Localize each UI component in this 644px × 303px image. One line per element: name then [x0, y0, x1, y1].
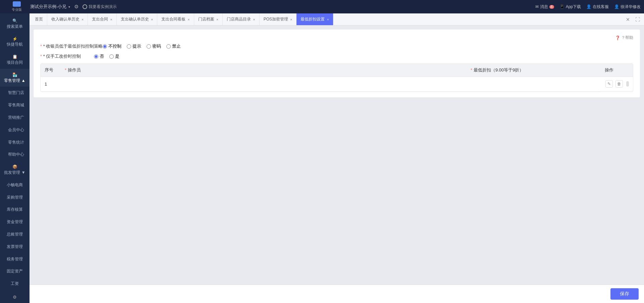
tab-expense-contract[interactable]: 支出合同 × [88, 13, 116, 26]
demo-icon [83, 4, 87, 9]
strategy-option-none[interactable]: 不控制 [103, 43, 121, 49]
delete-btn[interactable]: 🗑 [615, 80, 623, 88]
retail-icon: 🏪 [12, 72, 17, 78]
manual-option-no[interactable]: 否 [94, 53, 104, 59]
settings-card: ❓ ？帮助 * * 收银员低于最低折扣控制策略 不控制 [34, 30, 640, 97]
tab-close-btn[interactable]: ✕ [625, 16, 631, 23]
tab-home[interactable]: 首页 [31, 13, 47, 26]
tab-expense-board-close[interactable]: × [187, 17, 190, 21]
messages-label: 消息 [540, 4, 548, 10]
strategy-option-forbidden[interactable]: 禁止 [166, 43, 181, 49]
help-label: ？帮助 [621, 35, 633, 41]
sidebar-item-marketing[interactable]: 营销推广 [0, 111, 30, 124]
message-icon: ✉ [535, 4, 539, 9]
sidebar-item-invoice[interactable]: 发票管理 [0, 241, 30, 253]
sidebar-label-purchase: 采购管理 [7, 195, 23, 200]
table-row: 1 ✎ 🗑 [41, 77, 633, 92]
sidebar-label-wholesale: 批发管理 ▼ [4, 170, 25, 175]
tab-income-confirm-close[interactable]: × [82, 17, 84, 21]
sidebar-label-stats: 零售统计 [8, 140, 24, 145]
strategy-password-label: 密码 [152, 43, 161, 49]
logo-text: 专业版 [12, 7, 22, 12]
tab-store-products[interactable]: 门店商品目录 × [223, 13, 259, 26]
user-label: 徐泽华修改 [621, 4, 641, 10]
strategy-radio-password[interactable] [147, 44, 151, 49]
tab-expense-contract-label: 支出合同 [92, 16, 108, 22]
tab-expense-board-label: 支出合同看板 [161, 16, 185, 22]
strategy-radio-none[interactable] [103, 44, 107, 49]
demo-label: 我要看实例演示 [89, 4, 117, 10]
online-service-btn[interactable]: 👤 在线客服 [586, 4, 609, 10]
manual-price-row: * * 仅手工改价时控制 否 是 [40, 53, 633, 59]
sidebar-label-payroll: 工资 [11, 281, 19, 287]
tab-discount-close[interactable]: × [327, 17, 329, 21]
app-download-btn[interactable]: 📱 App下载 [559, 4, 581, 10]
sidebar-item-inventory[interactable]: 库存核算 [0, 203, 30, 216]
tab-home-label: 首页 [35, 16, 43, 22]
tab-expense-confirm-label: 支出确认单历史 [121, 16, 149, 22]
strategy-option-password[interactable]: 密码 [147, 43, 161, 49]
manual-radio-no[interactable] [94, 54, 98, 59]
tab-pos-label: POS加密管理 [264, 16, 288, 22]
sidebar-item-payroll[interactable]: 工资 [0, 277, 30, 290]
sidebar-item-purchase[interactable]: 采购管理 [0, 191, 30, 204]
sidebar-item-contract[interactable]: 📋 项目合同 [0, 51, 30, 69]
tab-store-file[interactable]: 门店档案 × [194, 13, 223, 26]
manual-option-yes[interactable]: 是 [109, 53, 119, 59]
help-link[interactable]: ❓ ？帮助 [615, 35, 633, 41]
tab-store-file-label: 门店档案 [198, 16, 214, 22]
contract-icon: 📋 [12, 54, 17, 60]
sidebar-item-wholesale[interactable]: 📦 批发管理 ▼ [0, 161, 30, 179]
row-discount[interactable] [467, 77, 601, 92]
sidebar-item-tax[interactable]: 税务管理 [0, 253, 30, 265]
operator-input[interactable] [65, 82, 463, 87]
chevron-down-icon: ▾ [68, 5, 70, 9]
tab-pos-close[interactable]: × [290, 17, 292, 21]
user-btn[interactable]: 👤 徐泽华修改 [614, 4, 641, 10]
tab-expense-contract-close[interactable]: × [110, 17, 112, 21]
sidebar-item-smart-store[interactable]: 智慧门店 [0, 87, 30, 99]
project-selector[interactable]: 测试分开示例-小兄 ▾ [30, 4, 70, 10]
sidebar-item-search[interactable]: 🔍 搜索菜单 [0, 15, 30, 33]
wholesale-icon: 📦 [12, 164, 17, 170]
strategy-radio-forbidden[interactable] [166, 44, 171, 49]
sidebar-item-ecommerce[interactable]: 小畅电商 [0, 179, 30, 191]
edit-btn[interactable]: ✎ [605, 80, 613, 88]
sidebar-item-finance[interactable]: 资金管理 [0, 216, 30, 228]
manual-radio-yes[interactable] [109, 54, 114, 59]
row-operator[interactable] [61, 77, 467, 92]
topbar-right: ✉ 消息 8 📱 App下载 👤 在线客服 👤 徐泽华修改 [535, 4, 641, 10]
sidebar-item-ledger[interactable]: 总账管理 [0, 228, 30, 241]
settings-icon[interactable]: ⚙ [13, 295, 17, 300]
topbar: 专业版 测试分开示例-小兄 ▾ ⚙ 我要看实例演示 ✉ 消息 8 📱 App下载… [0, 0, 644, 13]
strategy-option-hint[interactable]: 提示 [127, 43, 141, 49]
tab-store-products-close[interactable]: × [253, 17, 255, 21]
save-button[interactable]: 保存 [610, 288, 639, 300]
manual-label-text: * 仅手工改价时控制 [43, 54, 81, 59]
discount-input[interactable] [471, 82, 597, 87]
sidebar-item-member[interactable]: 会员中心 [0, 124, 30, 136]
gear-icon[interactable]: ⚙ [74, 4, 78, 10]
demo-link[interactable]: 我要看实例演示 [83, 4, 117, 10]
sidebar-item-shortcut[interactable]: ⚡ 快捷导航 [0, 33, 30, 51]
tab-expense-confirm-close[interactable]: × [151, 17, 153, 21]
tab-expense-confirm[interactable]: 支出确认单历史 × [117, 13, 157, 26]
sidebar-item-help[interactable]: 帮助中心 [0, 148, 30, 161]
sidebar-item-stats[interactable]: 零售统计 [0, 136, 30, 149]
tab-discount[interactable]: 最低折扣设置 × [297, 13, 333, 26]
sidebar-item-assets[interactable]: 固定资产 [0, 265, 30, 277]
tab-income-confirm[interactable]: 收入确认单历史 × [47, 13, 88, 26]
strategy-radio-group: 不控制 提示 密码 禁止 [103, 43, 181, 49]
messages-btn[interactable]: ✉ 消息 8 [535, 4, 554, 10]
tab-bar-controls: ✕ ⛶ [625, 16, 643, 23]
tab-expense-board[interactable]: 支出合同看板 × [157, 13, 194, 26]
sidebar-bottom: ⚙ [0, 291, 30, 303]
tab-pos[interactable]: POS加密管理 × [260, 13, 297, 26]
col-discount-header: * 最低折扣（9.00等于9折） [467, 64, 601, 77]
strategy-radio-hint[interactable] [127, 44, 131, 49]
tab-expand-btn[interactable]: ⛶ [634, 16, 641, 23]
tab-store-file-close[interactable]: × [216, 17, 218, 21]
sidebar-item-mall[interactable]: 零售商城 [0, 99, 30, 111]
col-operator-label: 操作员 [68, 67, 81, 72]
sidebar-item-retail[interactable]: 🏪 零售管理 ▲ [0, 69, 30, 87]
